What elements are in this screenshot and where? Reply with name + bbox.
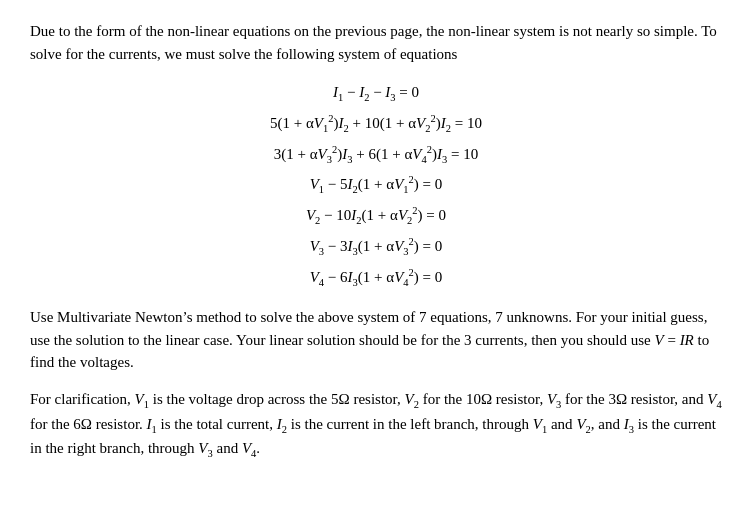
method-paragraph: Use Multivariate Newton’s method to solv… (30, 306, 722, 374)
equations-block: I1 − I2 − I3 = 0 5(1 + αV12)I2 + 10(1 + … (30, 81, 722, 290)
equation-1: I1 − I2 − I3 = 0 (30, 81, 722, 106)
equation-4: V1 − 5I2(1 + αV12) = 0 (30, 172, 722, 198)
equation-6: V3 − 3I3(1 + αV32) = 0 (30, 234, 722, 260)
clarification-paragraph: For clarification, V1 is the voltage dro… (30, 388, 722, 462)
intro-paragraph: Due to the form of the non-linear equati… (30, 20, 722, 65)
equation-5: V2 − 10I2(1 + αV22) = 0 (30, 203, 722, 229)
equation-2: 5(1 + αV12)I2 + 10(1 + αV22)I2 = 10 (30, 111, 722, 137)
content-block: Due to the form of the non-linear equati… (30, 20, 722, 462)
equation-7: V4 − 6I3(1 + αV42) = 0 (30, 265, 722, 291)
equation-3: 3(1 + αV32)I3 + 6(1 + αV42)I3 = 10 (30, 142, 722, 168)
